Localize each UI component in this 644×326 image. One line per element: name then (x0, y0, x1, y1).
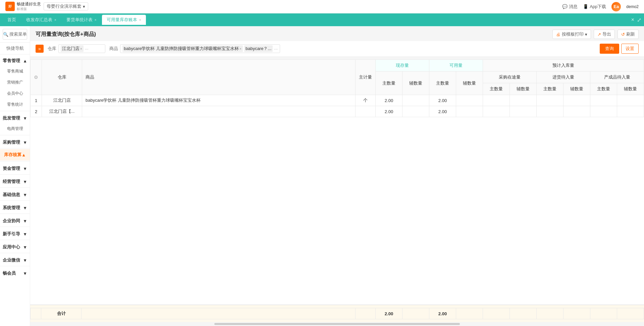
cell-unit (356, 106, 376, 117)
tab-stock-summary-label: 收发存汇总表 (26, 17, 52, 23)
sidebar-group-wechat-header[interactable]: 企业微信 ▼ (0, 254, 30, 265)
sidebar-item-ecommerce[interactable]: 电商管理 (0, 123, 30, 134)
export-button[interactable]: ↗ 导出 (594, 30, 615, 39)
th-incoming-group: 预计入库量 (483, 60, 644, 72)
cell-available-sub (456, 106, 483, 117)
cell-incoming-main (537, 95, 564, 106)
top-header: 好 畅捷通好生意 标准版 母婴行业演示账套 ▾ 💬 消息 📱 App下载 Ea … (0, 0, 644, 13)
warehouse-filter: 仓库 江北门店 × ··· (48, 44, 105, 53)
warehouse-tag-container[interactable]: 江北门店 × ··· (58, 44, 105, 53)
table-footer: 合计 2.00 2.00 (30, 305, 644, 322)
print-icon: 🖨 (556, 32, 560, 37)
tab-available-stock-close[interactable]: × (139, 18, 141, 22)
sidebar-group-retail: 零售管理 ▲ 零售商城 营销推广 会员中心 零售统计 (0, 54, 30, 110)
warehouse-tag-close[interactable]: × (80, 47, 82, 51)
sidebar-group-collab-header[interactable]: 企业协同 ▼ (0, 215, 30, 226)
tab-stock-summary-close[interactable]: × (54, 18, 56, 22)
sidebar-item-member[interactable]: 会员中心 (0, 88, 30, 99)
message-icon: 💬 (562, 4, 568, 9)
search-menu-label: 搜索菜单 (9, 31, 27, 37)
bottom-scrollbar[interactable] (30, 322, 644, 326)
app-download-label: App下载 (590, 4, 606, 10)
product-tag-container[interactable]: babycare学饮杯 儿童防摔防撞吸管杯重力球吸嘴杯宝宝水杯 × babyca… (120, 44, 280, 53)
username[interactable]: demo2 (626, 4, 639, 9)
chevron-icon: ▲ (23, 58, 27, 63)
sidebar-group-finance-header[interactable]: 资金管理 ▼ (0, 162, 30, 174)
avatar[interactable]: Ea (611, 2, 621, 11)
sidebar-group-retail-header[interactable]: 零售管理 ▲ (0, 54, 30, 66)
filter-toggle[interactable]: » (36, 45, 44, 53)
search-menu-button[interactable]: 🔍 搜索菜单 (3, 29, 27, 40)
sidebar: 🔍 搜索菜单 快捷导航 零售管理 ▲ 零售商城 营销推广 会员中心 零售统计 批… (0, 26, 30, 326)
sidebar-item-retail-stats[interactable]: 零售统计 (0, 99, 30, 110)
refresh-button[interactable]: ↺ 刷新 (618, 30, 639, 39)
logo-icon: 好 (5, 2, 15, 11)
tab-order-stats-close[interactable]: × (95, 18, 97, 22)
tab-home[interactable]: 首页 (3, 15, 21, 25)
chevron-down-icon: ▾ (83, 4, 85, 9)
tab-order-stats[interactable]: 要货单统计表 × (62, 15, 101, 25)
search-icon: 🔍 (3, 32, 8, 37)
query-button[interactable]: 查询 (600, 44, 619, 54)
tab-available-stock[interactable]: 可用量库存账本 × (102, 15, 146, 25)
sidebar-group-ops-header[interactable]: 经营管理 ▼ (0, 175, 30, 187)
product-tag-1-close[interactable]: × (239, 47, 241, 51)
header-left: 好 畅捷通好生意 标准版 母婴行业演示账套 ▾ (5, 2, 88, 11)
message-action[interactable]: 💬 消息 (562, 4, 578, 10)
th-warehouse: 仓库 (42, 60, 82, 95)
print-label: 按模板打印 (562, 31, 584, 37)
close-all-tabs-icon[interactable]: × (631, 17, 634, 23)
summary-product (82, 308, 356, 319)
logo-text: 畅捷通好生意 (17, 2, 41, 6)
product-filter: 商品 babycare学饮杯 儿童防摔防撞吸管杯重力球吸嘴杯宝宝水杯 × bab… (109, 44, 280, 53)
warehouse-ellipsis: ··· (85, 46, 89, 51)
tab-available-stock-label: 可用量库存账本 (107, 17, 137, 23)
summary-label: 合计 (41, 308, 82, 319)
summary-purchase-sub (510, 308, 537, 319)
th-unit: 主计量 (356, 60, 376, 95)
th-available-sub: 辅数量 (456, 72, 483, 95)
warehouse-tag: 江北门店 × (61, 45, 84, 52)
chevron-icon13: ▼ (23, 271, 27, 276)
cell-purchase-main (483, 106, 510, 117)
sidebar-group-guide-header[interactable]: 新手引导 ▼ (0, 228, 30, 239)
cell-incoming-main (537, 106, 564, 117)
tab-home-label: 首页 (7, 17, 16, 23)
sidebar-item-inventory[interactable]: 库存核算 ▲ (0, 149, 30, 160)
th-settings[interactable]: ⚙ (31, 60, 42, 95)
cell-available-main: 2.00 (429, 106, 456, 117)
settings-button[interactable]: 设置 (621, 44, 639, 54)
header-right: 💬 消息 📱 App下载 Ea demo2 (562, 2, 639, 11)
nav-tabs: 首页 收发存汇总表 × 要货单统计表 × 可用量库存账本 × × ⤢ (0, 13, 644, 26)
table-container[interactable]: ⚙ 仓库 商品 主计量 现存量 可用量 预计入库量 主数量 辅数量 主数量 辅数… (30, 59, 644, 305)
filter-actions: 查询 设置 (600, 44, 639, 54)
sidebar-item-marketing[interactable]: 营销推广 (0, 77, 30, 88)
warehouse-label: 仓库 (48, 46, 56, 52)
industry-selector[interactable]: 母婴行业演示账套 ▾ (44, 2, 88, 10)
sidebar-group-purchase-header[interactable]: 采购管理 ▼ (0, 136, 30, 147)
cell-index: 1 (31, 95, 42, 106)
chevron-icon10: ▼ (23, 232, 27, 237)
summary-stock-main: 2.00 (376, 308, 402, 319)
print-button[interactable]: 🖨 按模板打印 ▾ (552, 30, 591, 39)
sidebar-group-basic-header[interactable]: 基础信息 ▼ (0, 188, 30, 200)
th-incoming-sub: 辅数量 (564, 83, 590, 95)
th-product: 商品 (82, 60, 356, 95)
sidebar-group-wholesale-header[interactable]: 批发管理 ▼ (0, 112, 30, 123)
th-purchase-main: 主数量 (483, 83, 510, 95)
sidebar-group-system-header[interactable]: 系统管理 ▼ (0, 201, 30, 213)
gear-icon[interactable]: ⚙ (34, 75, 38, 80)
tab-stock-summary[interactable]: 收发存汇总表 × (21, 15, 61, 25)
sidebar-group-vip-header[interactable]: 畅会员 ▼ (0, 267, 30, 278)
message-label: 消息 (569, 4, 578, 10)
sidebar-quick-nav[interactable]: 快捷导航 (0, 43, 30, 54)
chevron-icon4: ▲ (21, 152, 26, 157)
sidebar-group-apps-header[interactable]: 应用中心 ▼ (0, 241, 30, 252)
cell-warehouse: 江北门店 (42, 95, 82, 106)
maximize-icon[interactable]: ⤢ (637, 17, 641, 23)
summary-stock-sub (402, 308, 429, 319)
cell-production-main (590, 95, 617, 106)
app-download-action[interactable]: 📱 App下载 (583, 4, 606, 10)
sidebar-item-retail-mall[interactable]: 零售商城 (0, 66, 30, 77)
th-purchase-sub: 辅数量 (510, 83, 537, 95)
